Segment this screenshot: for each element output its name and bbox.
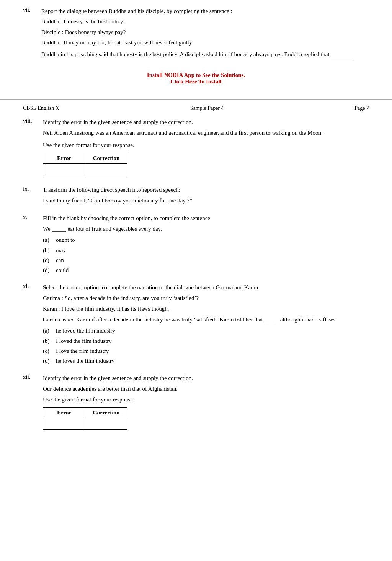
q-xi-dialogue-2: Karan : I love the film industry. It has… [43,304,369,313]
q-xi-option-b: (b) I loved the film industry [43,337,369,346]
q-viii-format-instruction: Use the given format for your response. [43,140,369,150]
q-xii-col-correction: Correction [85,408,127,418]
q-viii-sentence: Neil Alden Armstrong was an American ast… [43,128,369,137]
q-ix-num: ix. [23,185,38,207]
q-vii-blank [331,59,354,59]
q-xii-correction-cell [85,418,127,430]
top-section: vii. Report the dialogue between Buddha … [0,0,392,99]
page: vii. Report the dialogue between Buddha … [0,0,392,447]
main-content: viii. Identify the error in the given se… [0,115,392,447]
q-xi-instruction: Select the correct option to complete th… [43,283,369,292]
q-xii-body: Identify the error in the given sentence… [43,373,369,433]
install-line2[interactable]: Click Here To Install [23,78,369,85]
q-x-body: Fill in the blank by choosing the correc… [43,214,369,276]
question-xii: xii. Identify the error in the given sen… [23,373,369,433]
page-header-center: Sample Paper 4 [190,105,224,111]
q-xii-col-error: Error [43,408,85,418]
q-vii-num: vii. [23,7,37,60]
q-ix-sentence: I said to my friend, “Can I borrow your … [43,196,369,205]
page-header: CBSE English X Sample Paper 4 Page 7 [0,100,392,115]
q-vii-dialogue-1: Buddha : Honesty is the best policy. [41,17,369,26]
q-x-option-a: (a) ought to [43,236,369,245]
install-banner[interactable]: Install NODIA App to See the Solutions. … [23,66,369,93]
q-xi-paragraph: Garima asked Karan if after a decade in … [43,315,369,324]
q-x-options: (a) ought to (b) may (c) can (d) could [43,236,369,275]
q-xii-table: Error Correction [43,407,127,430]
question-x: x. Fill in the blank by choosing the cor… [23,214,369,276]
q-viii-table-header-row: Error Correction [43,153,127,164]
q-x-option-d: (d) could [43,266,369,275]
question-xi: xi. Select the correct option to complet… [23,283,369,367]
q-x-num: x. [23,214,38,276]
q-viii-table: Error Correction [43,153,127,175]
q-xi-option-a: (a) he loved the film industry [43,326,369,335]
page-header-right: Page 7 [354,105,369,111]
q-vii-paragraph: Buddha in his preaching said that honest… [41,50,369,59]
q-viii-error-cell [43,164,85,175]
q-x-instruction: Fill in the blank by choosing the correc… [43,214,369,223]
q-viii-col-error: Error [43,153,85,164]
q-xii-error-cell [43,418,85,430]
q-xii-format-instruction: Use the given format for your response. [43,395,369,404]
q-xii-sentence: Our defence academies are better than th… [43,384,369,393]
q-viii-col-correction: Correction [85,153,127,164]
q-viii-table-data-row [43,164,127,175]
q-x-option-c: (c) can [43,256,369,265]
q-ix-instruction: Transform the following direct speech in… [43,185,369,194]
q-vii-dialogue-3: Buddha : It may or may not, but at least… [41,38,369,47]
q-xii-num: xii. [23,373,38,433]
q-xii-table-header-row: Error Correction [43,408,127,418]
q-xii-table-data-row [43,418,127,430]
question-viii: viii. Identify the error in the given se… [23,117,369,178]
q-x-option-b: (b) may [43,246,369,255]
question-ix: ix. Transform the following direct speec… [23,185,369,207]
q-vii-content: Report the dialogue between Buddha and h… [41,7,369,60]
q-ix-body: Transform the following direct speech in… [43,185,369,207]
q-xi-num: xi. [23,283,38,367]
q-xi-dialogue-1: Garima : So, after a decade in the indus… [43,294,369,303]
q-x-sentence: We _____ eat lots of fruit and vegetable… [43,224,369,233]
q-xi-option-c: (c) I love the film industry [43,347,369,356]
q-viii-body: Identify the error in the given sentence… [43,117,369,178]
q-viii-instruction: Identify the error in the given sentence… [43,117,369,127]
q-viii-num: viii. [23,117,38,178]
q-xi-options: (a) he loved the film industry (b) I lov… [43,326,369,365]
q-xi-option-d: (d) he loves the film industry [43,357,369,365]
install-line1[interactable]: Install NODIA App to See the Solutions. [23,72,369,78]
q-vii-instruction: Report the dialogue between Buddha and h… [41,7,369,16]
page-header-left: CBSE English X [23,105,59,111]
q-viii-correction-cell [85,164,127,175]
question-vii: vii. Report the dialogue between Buddha … [23,7,369,60]
q-vii-dialogue-2: Disciple : Does honesty always pay? [41,28,369,37]
q-xi-body: Select the correct option to complete th… [43,283,369,367]
q-xii-instruction: Identify the error in the given sentence… [43,373,369,383]
